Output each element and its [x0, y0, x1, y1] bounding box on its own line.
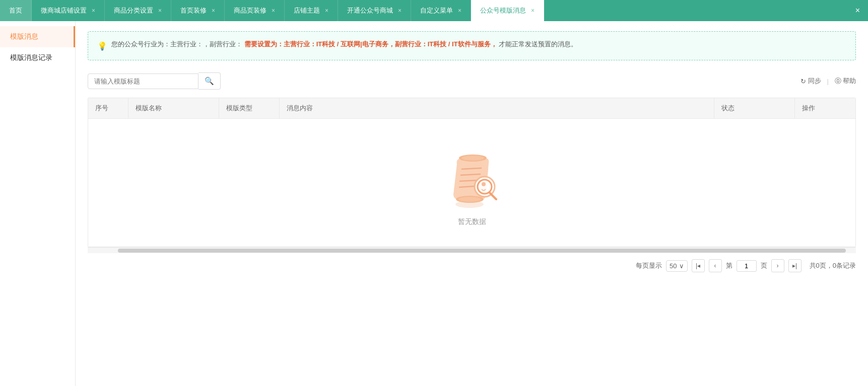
tab-shop-theme[interactable]: 店铺主题 ×	[285, 0, 338, 21]
empty-text: 暂无数据	[458, 217, 486, 226]
svg-point-2	[461, 156, 484, 161]
sidebar-item-template-message-label: 模版消息	[10, 32, 38, 40]
tab-home-decor[interactable]: 首页装修 ×	[171, 0, 225, 21]
top-navigation: 首页 微商城店铺设置 × 商品分类设置 × 首页装修 × 商品页装修 × 店铺主…	[0, 0, 868, 21]
notice-box: 💡 您的公众号行业为：主营行业：，副营行业： 需要设置为：主营行业：IT科技 /…	[88, 31, 856, 60]
notice-highlight: 需要设置为：主营行业：IT科技 / 互联网|电子商务，副营行业：IT科技 / I…	[244, 40, 497, 48]
search-button[interactable]: 🔍	[198, 72, 221, 90]
page-word-first: 第	[726, 261, 732, 270]
close-tab-home-decor[interactable]: ×	[212, 7, 215, 14]
scrollbar-area[interactable]	[88, 247, 856, 253]
first-page-button[interactable]: |◂	[692, 259, 705, 272]
page-size-label: 每页显示	[636, 261, 662, 270]
search-icon: 🔍	[205, 76, 214, 85]
bulb-icon: 💡	[97, 39, 107, 53]
page-total: 共0页，0条记录	[810, 261, 856, 270]
last-page-icon: ▸|	[792, 262, 797, 269]
svg-point-4	[458, 197, 481, 202]
search-bar: 🔍 ↻ 同步 | ⓪ 帮助	[88, 72, 856, 90]
sidebar-item-template-message-record[interactable]: 模版消息记录	[0, 47, 75, 68]
divider: |	[827, 78, 829, 85]
tab-open-mall[interactable]: 开通公众号商城 ×	[338, 0, 411, 21]
close-all-tabs-button[interactable]: ×	[847, 0, 868, 21]
chevron-down-icon: ∨	[679, 262, 684, 270]
tab-shop-settings[interactable]: 微商城店铺设置 ×	[32, 0, 105, 21]
sync-button[interactable]: ↻ 同步	[800, 76, 821, 86]
current-page-input[interactable]	[737, 260, 757, 272]
svg-line-11	[490, 193, 496, 199]
tab-template-message-label: 公众号模版消息	[480, 6, 526, 15]
help-icon: ⓪	[835, 76, 841, 86]
empty-icon	[442, 149, 502, 209]
table-header: 序号 模版名称 模版类型 消息内容 状态 操作	[88, 98, 855, 119]
tab-home-decor-label: 首页装修	[180, 6, 207, 15]
tab-category-settings[interactable]: 商品分类设置 ×	[105, 0, 171, 21]
col-index: 序号	[88, 98, 128, 118]
table: 序号 模版名称 模版类型 消息内容 状态 操作	[88, 98, 856, 247]
col-type: 模版类型	[219, 98, 280, 118]
tab-shop-settings-label: 微商城店铺设置	[41, 6, 87, 15]
page-word: 页	[761, 261, 767, 270]
tab-category-settings-label: 商品分类设置	[114, 6, 153, 15]
page-size-select[interactable]: 50 ∨	[666, 260, 687, 272]
sidebar-item-template-message[interactable]: 模版消息	[0, 26, 75, 47]
close-tab-custom-menu[interactable]: ×	[458, 7, 461, 14]
col-content: 消息内容	[280, 98, 714, 118]
next-page-icon: ›	[777, 262, 779, 269]
help-button[interactable]: ⓪ 帮助	[835, 76, 856, 86]
search-input[interactable]	[88, 73, 198, 89]
main-layout: 模版消息 模版消息记录 💡 您的公众号行业为：主营行业：，副营行业： 需要设置为…	[0, 21, 868, 386]
scrollbar-thumb[interactable]	[118, 249, 846, 253]
close-tab-shop-settings[interactable]: ×	[92, 7, 95, 14]
col-action: 操作	[795, 98, 855, 118]
tab-shop-theme-label: 店铺主题	[294, 6, 320, 15]
tab-product-decor[interactable]: 商品页装修 ×	[225, 0, 285, 21]
close-tab-category-settings[interactable]: ×	[158, 7, 162, 14]
notice-prefix: 您的公众号行业为：主营行业：，副营行业：	[111, 40, 242, 48]
tab-open-mall-label: 开通公众号商城	[347, 6, 393, 15]
sidebar: 模版消息 模版消息记录	[0, 21, 76, 386]
tab-product-decor-label: 商品页装修	[234, 6, 266, 15]
empty-state: 暂无数据	[88, 119, 855, 247]
prev-page-icon: ‹	[714, 262, 716, 269]
tab-custom-menu-label: 自定义菜单	[420, 6, 453, 15]
close-tab-open-mall[interactable]: ×	[398, 7, 402, 14]
search-actions: ↻ 同步 | ⓪ 帮助	[800, 76, 856, 86]
close-tab-shop-theme[interactable]: ×	[325, 7, 328, 14]
close-tab-product-decor[interactable]: ×	[272, 7, 275, 14]
col-status: 状态	[714, 98, 795, 118]
sync-icon: ↻	[800, 78, 806, 85]
first-page-icon: |◂	[696, 262, 700, 269]
col-name: 模版名称	[128, 98, 219, 118]
notice-suffix: 才能正常发送预置的消息。	[499, 40, 577, 48]
page-size-value: 50	[670, 262, 677, 270]
tab-custom-menu[interactable]: 自定义菜单 ×	[411, 0, 471, 21]
pagination: 每页显示 50 ∨ |◂ ‹ 第 页 › ▸| 共0页，0条记录	[88, 253, 856, 274]
sidebar-item-template-message-record-label: 模版消息记录	[10, 53, 52, 61]
notice-text: 您的公众号行业为：主营行业：，副营行业： 需要设置为：主营行业：IT科技 / 互…	[111, 39, 577, 50]
next-page-button[interactable]: ›	[771, 259, 784, 272]
last-page-button[interactable]: ▸|	[788, 259, 802, 272]
tab-home[interactable]: 首页	[0, 0, 32, 21]
sync-label: 同步	[808, 76, 821, 86]
close-tab-template-message[interactable]: ×	[531, 7, 535, 14]
tab-home-label: 首页	[9, 6, 22, 15]
svg-point-12	[482, 182, 486, 186]
content-area: 💡 您的公众号行业为：主营行业：，副营行业： 需要设置为：主营行业：IT科技 /…	[76, 21, 868, 386]
tab-template-message[interactable]: 公众号模版消息 ×	[471, 0, 544, 21]
help-label: 帮助	[843, 76, 856, 86]
prev-page-button[interactable]: ‹	[709, 259, 722, 272]
